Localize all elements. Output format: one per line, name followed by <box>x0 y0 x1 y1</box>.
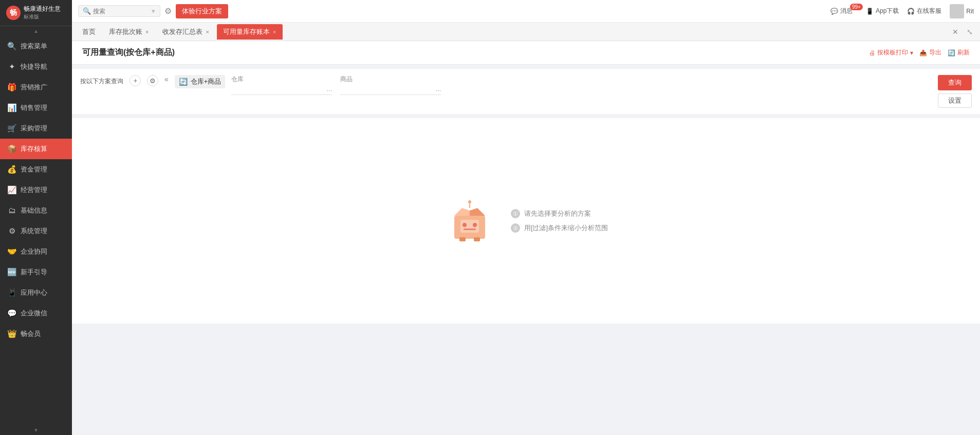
sidebar-scroll-up[interactable]: ▲ <box>0 26 72 36</box>
app-download-action[interactable]: 📱 App下载 <box>866 7 899 15</box>
print-button[interactable]: 🖨 按模板打印 ▾ <box>869 48 913 57</box>
chart-icon: 📊 <box>7 103 16 112</box>
filter-scheme-warehouse-goods[interactable]: 🔄 仓库+商品 <box>175 75 226 88</box>
filter-add-button[interactable]: ＋ <box>130 75 141 86</box>
sidebar-item-enterprise[interactable]: 🤝 企业协同 <box>0 241 72 262</box>
goods-more-button[interactable]: ··· <box>436 86 441 94</box>
star-icon: ✦ <box>7 62 16 71</box>
service-action[interactable]: 🎧 在线客服 <box>907 7 941 15</box>
sidebar-item-sales[interactable]: 📊 销售管理 <box>0 98 72 118</box>
sidebar-item-newbie[interactable]: 🆕 新手引导 <box>0 262 72 282</box>
filter-schemes: 🔄 仓库+商品 <box>175 75 226 88</box>
tab-batch-account-close[interactable]: × <box>145 29 149 35</box>
topbar: 🔍 ▾ ⚙ 体验行业方案 💬 消息 99+ 📱 App下载 🎧 在线客服 R <box>72 0 980 23</box>
search-input[interactable] <box>93 8 150 15</box>
empty-tips: ① 请先选择要分析的方案 ② 用[过滤]条件来缩小分析范围 <box>511 209 608 233</box>
window-buttons: ✕ ⤡ <box>949 26 976 38</box>
sidebar-item-basics[interactable]: 🗂 基础信息 <box>0 200 72 221</box>
export-button[interactable]: 📤 导出 <box>919 48 941 57</box>
sidebar-item-label: 搜索菜单 <box>21 42 47 51</box>
app-edition: 标准版 <box>24 13 61 21</box>
topbar-actions: 💬 消息 99+ 📱 App下载 🎧 在线客服 Rit <box>830 4 974 18</box>
settings-button[interactable]: 设置 <box>938 93 972 108</box>
close-window-button[interactable]: ✕ <box>949 26 961 38</box>
sidebar-item-finance[interactable]: 💰 资金管理 <box>0 159 72 180</box>
tab-batch-account-label: 库存批次账 <box>109 27 142 36</box>
member-icon: 👑 <box>7 329 16 338</box>
sidebar-item-label: 应用中心 <box>21 288 47 297</box>
goods-field-label: 商品 <box>340 75 441 84</box>
tab-receipt-summary-close[interactable]: × <box>205 29 209 35</box>
scheme-icon: 🔄 <box>179 78 188 86</box>
message-badge: 99+ <box>850 4 863 10</box>
empty-state-content: ① 请先选择要分析的方案 ② 用[过滤]条件来缩小分析范围 <box>444 195 608 247</box>
cart-icon: 🛒 <box>7 124 16 133</box>
message-icon: 💬 <box>830 8 838 15</box>
refresh-button[interactable]: 🔄 刷新 <box>948 48 970 57</box>
warehouse-field-label: 仓库 <box>231 75 332 84</box>
search-icon: 🔍 <box>83 7 91 15</box>
svg-point-7 <box>473 223 477 227</box>
sidebar-item-shortcut[interactable]: ✦ 快捷导航 <box>0 56 72 77</box>
expand-window-button[interactable]: ⤡ <box>964 26 976 38</box>
search-box[interactable]: 🔍 ▾ <box>78 5 160 17</box>
sidebar-scroll-down[interactable]: ▼ <box>0 425 72 435</box>
sidebar-item-label: 基础信息 <box>21 206 47 215</box>
logo-icon: 畅 <box>6 6 21 20</box>
empty-tip-1: ① 请先选择要分析的方案 <box>511 209 608 218</box>
page-header-actions: 🖨 按模板打印 ▾ 📤 导出 🔄 刷新 <box>869 48 970 57</box>
filter-setting-button[interactable]: ⚙ <box>147 75 158 86</box>
empty-tip-2: ② 用[过滤]条件来缩小分析范围 <box>511 223 608 233</box>
message-action[interactable]: 💬 消息 99+ <box>830 7 858 15</box>
sidebar-item-label: 资金管理 <box>21 165 47 174</box>
sidebar-item-app-center[interactable]: 📱 应用中心 <box>0 282 72 303</box>
sidebar-item-member[interactable]: 👑 畅会员 <box>0 324 72 344</box>
filter-section: 按以下方案查询 ＋ ⚙ « 🔄 仓库+商品 仓库 ··· <box>72 69 980 114</box>
goods-field: 商品 ··· <box>340 75 441 95</box>
phone-icon: 📱 <box>866 8 874 15</box>
system-icon: ⚙ <box>7 226 16 236</box>
app-center-icon: 📱 <box>7 288 16 297</box>
gear-button[interactable]: ⚙ <box>164 6 172 16</box>
tab-available-ledger-close[interactable]: × <box>272 29 276 35</box>
print-icon: 🖨 <box>869 49 875 56</box>
chevron-down-icon: ▾ <box>910 49 913 56</box>
search-icon: 🔍 <box>7 42 16 51</box>
page-title: 可用量查询(按仓库+商品) <box>82 47 175 58</box>
sidebar-item-label: 销售管理 <box>21 103 47 112</box>
warehouse-more-button[interactable]: ··· <box>327 86 332 94</box>
tab-home[interactable]: 首页 <box>76 24 102 40</box>
wechat-icon: 💬 <box>7 309 16 318</box>
filter-collapse-button[interactable]: « <box>164 75 169 83</box>
goods-input[interactable] <box>340 85 441 95</box>
user-avatar-action[interactable]: Rit <box>950 4 974 18</box>
sidebar-item-label: 采购管理 <box>21 124 47 133</box>
sidebar-item-search[interactable]: 🔍 搜索菜单 <box>0 36 72 56</box>
tab-receipt-summary[interactable]: 收发存汇总表 × <box>156 24 215 40</box>
svg-marker-4 <box>470 208 485 216</box>
content-area: 可用量查询(按仓库+商品) 🖨 按模板打印 ▾ 📤 导出 🔄 刷新 按以下 <box>72 41 980 435</box>
svg-rect-12 <box>474 237 480 241</box>
finance-icon: 💰 <box>7 165 16 174</box>
query-button[interactable]: 查询 <box>938 75 972 90</box>
sidebar-item-system[interactable]: ⚙ 系统管理 <box>0 221 72 241</box>
industry-button[interactable]: 体验行业方案 <box>176 4 228 18</box>
tab-receipt-summary-label: 收发存汇总表 <box>162 27 202 36</box>
sidebar-item-marketing[interactable]: 🎁 营销推广 <box>0 77 72 98</box>
sidebar-item-inventory[interactable]: 📦 库存核算 <box>0 139 72 159</box>
refresh-label: 刷新 <box>957 48 970 57</box>
warehouse-input[interactable] <box>231 85 332 95</box>
sidebar-item-wechat[interactable]: 💬 企业微信 <box>0 303 72 324</box>
empty-illustration <box>444 195 495 247</box>
sidebar-item-purchase[interactable]: 🛒 采购管理 <box>0 118 72 139</box>
page-header: 可用量查询(按仓库+商品) 🖨 按模板打印 ▾ 📤 导出 🔄 刷新 <box>72 41 980 65</box>
sidebar-item-label: 经营管理 <box>21 185 47 195</box>
avatar <box>950 4 964 18</box>
sidebar-item-operations[interactable]: 📈 经营管理 <box>0 180 72 200</box>
export-icon: 📤 <box>919 49 927 56</box>
print-label: 按模板打印 <box>877 48 908 57</box>
tab-batch-account[interactable]: 库存批次账 × <box>103 24 155 40</box>
export-label: 导出 <box>929 48 941 57</box>
tab-available-ledger[interactable]: 可用量库存账本 × <box>217 24 283 40</box>
newbie-icon: 🆕 <box>7 268 16 277</box>
